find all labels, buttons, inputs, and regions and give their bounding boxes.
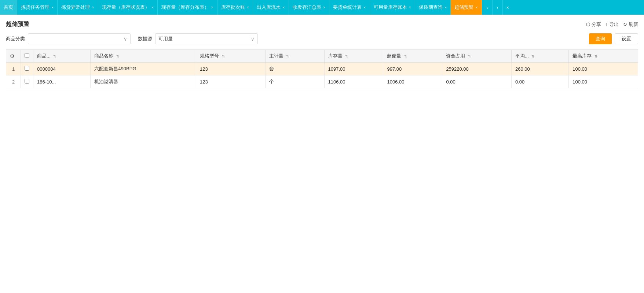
export-icon: ↑ <box>605 22 608 27</box>
th-stock[interactable]: 库存量 ⇅ <box>324 50 383 63</box>
gear-icon[interactable]: ⚙ <box>10 53 15 59</box>
cell-product-name: 六配套新昌490BPG <box>91 63 196 75</box>
data-table: ⚙ 商品... ⇅ 商品名称 ⇅ 规格型号 ⇅ 主计量 <box>6 49 638 88</box>
row-checkbox[interactable] <box>25 79 29 84</box>
share-icon: ⬡ <box>586 22 590 27</box>
cell-spec: 123 <box>196 75 265 88</box>
cell-stock: 1106.00 <box>324 75 383 88</box>
nav-item-10[interactable]: 保质期查询 × <box>415 0 451 15</box>
table-row: 2 186-10... 机油滤清器 123 个 1106.00 1006.00 … <box>6 75 638 88</box>
sort-icon: ⇅ <box>116 54 119 58</box>
category-select[interactable]: ∨ <box>28 33 131 44</box>
sort-icon: ⇅ <box>222 54 225 58</box>
row-checkbox-cell[interactable] <box>21 75 33 88</box>
row-checkbox[interactable] <box>25 66 29 71</box>
category-filter-group: 商品分类 ∨ <box>6 33 131 44</box>
datasource-value: 可用量 <box>158 36 173 42</box>
select-all-checkbox[interactable] <box>25 53 29 58</box>
chevron-down-icon: ∨ <box>124 36 127 42</box>
sort-icon: ⇅ <box>53 54 56 58</box>
th-max-stock[interactable]: 最高库存 ⇅ <box>569 50 638 63</box>
cell-overstock: 997.00 <box>383 63 442 75</box>
page-title: 超储预警 <box>6 21 29 28</box>
share-button[interactable]: ⬡ 分享 <box>586 21 601 28</box>
filter-buttons: 查询 设置 <box>589 33 638 44</box>
close-icon[interactable]: × <box>475 5 477 10</box>
close-icon[interactable]: × <box>444 5 447 10</box>
cell-product-code: 0000004 <box>33 63 91 75</box>
nav-item-3[interactable]: 现存量（库存状况表） × <box>98 0 158 15</box>
close-icon[interactable]: × <box>363 5 366 10</box>
sort-icon: ⇅ <box>594 54 597 58</box>
close-icon[interactable]: × <box>151 5 154 10</box>
page-header: 超储预警 ⬡ 分享 ↑ 导出 ↻ 刷新 <box>6 21 638 28</box>
nav-item-4[interactable]: 现存量（库存分布表） × <box>158 0 217 15</box>
export-button[interactable]: ↑ 导出 <box>605 21 619 28</box>
cell-max-stock: 100.00 <box>569 75 638 88</box>
close-icon[interactable]: × <box>92 5 94 10</box>
cell-product-name: 机油滤清器 <box>91 75 196 88</box>
category-label: 商品分类 <box>6 36 25 42</box>
table-header-row: ⚙ 商品... ⇅ 商品名称 ⇅ 规格型号 ⇅ 主计量 <box>6 50 638 63</box>
th-gear[interactable]: ⚙ <box>6 50 21 63</box>
nav-item-2[interactable]: 拣货异常处理 × <box>58 0 98 15</box>
cell-product-code: 186-10... <box>33 75 91 88</box>
th-spec[interactable]: 规格型号 ⇅ <box>196 50 265 63</box>
refresh-icon: ↻ <box>623 22 627 27</box>
datasource-select[interactable]: 可用量 ∨ <box>155 33 258 44</box>
cell-avg: 0.00 <box>511 75 568 88</box>
cell-unit: 个 <box>265 75 324 88</box>
nav-item-5[interactable]: 库存批次账 × <box>217 0 253 15</box>
sort-icon: ⇅ <box>468 54 471 58</box>
sort-icon: ⇅ <box>345 54 348 58</box>
nav-item-11-active[interactable]: 超储预警 × <box>451 0 482 15</box>
nav-item-6[interactable]: 出入库流水 × <box>253 0 289 15</box>
nav-item-home[interactable]: 首页 <box>0 0 17 15</box>
cell-capital: 259220.00 <box>442 63 512 75</box>
th-unit[interactable]: 主计量 ⇅ <box>265 50 324 63</box>
th-product-code[interactable]: 商品... ⇅ <box>33 50 91 63</box>
cell-avg: 260.00 <box>511 63 568 75</box>
nav-item-9[interactable]: 可用量库存账本 × <box>370 0 415 15</box>
filter-area: 商品分类 ∨ 数据源 可用量 ∨ 查询 设置 <box>6 33 638 44</box>
th-capital[interactable]: 资金占用 ⇅ <box>442 50 512 63</box>
close-icon[interactable]: × <box>51 5 54 10</box>
cell-max-stock: 100.00 <box>569 63 638 75</box>
nav-close-arrow[interactable]: × <box>502 0 513 15</box>
row-checkbox-cell[interactable] <box>21 63 33 75</box>
datasource-label: 数据源 <box>138 36 152 42</box>
close-icon[interactable]: × <box>247 5 249 10</box>
cell-capital: 0.00 <box>442 75 512 88</box>
settings-button[interactable]: 设置 <box>615 33 638 44</box>
th-product-name[interactable]: 商品名称 ⇅ <box>91 50 196 63</box>
row-number: 2 <box>6 75 21 88</box>
nav-item-7[interactable]: 收发存汇总表 × <box>289 0 329 15</box>
close-icon[interactable]: × <box>282 5 285 10</box>
cell-stock: 1097.00 <box>324 63 383 75</box>
th-avg[interactable]: 平均... ⇅ <box>511 50 568 63</box>
cell-unit: 套 <box>265 63 324 75</box>
nav-bar: 首页 拣货任务管理 × 拣货异常处理 × 现存量（库存状况表） × 现存量（库存… <box>0 0 644 15</box>
sort-icon: ⇅ <box>404 54 407 58</box>
cell-spec: 123 <box>196 63 265 75</box>
close-icon[interactable]: × <box>323 5 325 10</box>
th-overstock[interactable]: 超储量 ⇅ <box>383 50 442 63</box>
chevron-down-icon: ∨ <box>251 36 255 42</box>
th-checkbox[interactable] <box>21 50 33 63</box>
query-button[interactable]: 查询 <box>589 33 612 44</box>
close-icon[interactable]: × <box>211 5 213 10</box>
row-number: 1 <box>6 63 21 75</box>
close-icon[interactable]: × <box>409 5 411 10</box>
nav-next-arrow[interactable]: › <box>492 0 502 15</box>
page-content: 超储预警 ⬡ 分享 ↑ 导出 ↻ 刷新 商品分类 ∨ 数据源 <box>0 15 644 293</box>
nav-item-8[interactable]: 要货单统计表 × <box>329 0 370 15</box>
nav-prev-arrow[interactable]: ‹ <box>482 0 492 15</box>
cell-overstock: 1006.00 <box>383 75 442 88</box>
sort-icon: ⇅ <box>286 54 289 58</box>
header-actions: ⬡ 分享 ↑ 导出 ↻ 刷新 <box>586 21 638 28</box>
datasource-filter-group: 数据源 可用量 ∨ <box>138 33 258 44</box>
refresh-button[interactable]: ↻ 刷新 <box>623 21 638 28</box>
nav-item-1[interactable]: 拣货任务管理 × <box>17 0 58 15</box>
sort-icon: ⇅ <box>531 54 534 58</box>
table-row: 1 0000004 六配套新昌490BPG 123 套 1097.00 997.… <box>6 63 638 75</box>
